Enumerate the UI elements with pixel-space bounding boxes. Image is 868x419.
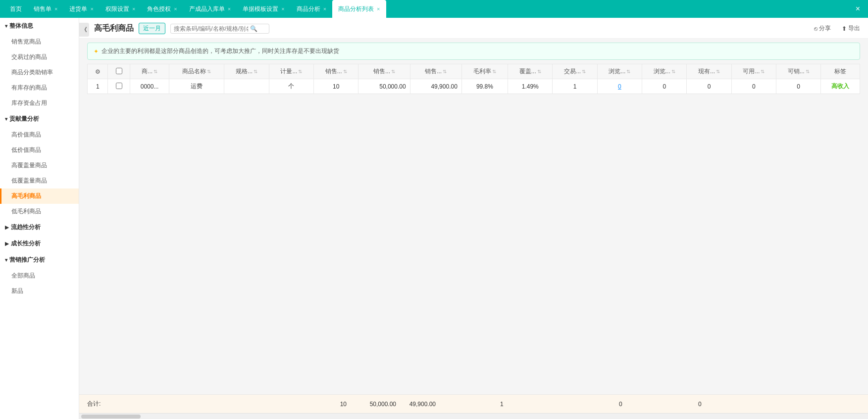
col-coverage[interactable]: 覆盖...⇅ (508, 64, 553, 79)
sort-icon: ⇅ (626, 69, 630, 74)
col-sales-qty[interactable]: 销售...⇅ (314, 64, 358, 79)
cell-stock-available: 0 (731, 79, 776, 94)
col-checkbox[interactable] (108, 64, 130, 79)
close-icon[interactable]: × (132, 6, 135, 12)
col-settings[interactable]: ⚙ (88, 64, 108, 79)
browse1-link[interactable]: 0 (618, 83, 621, 90)
sidebar-group-trend[interactable]: ▶ 流趋性分析 (0, 219, 79, 235)
nav-home[interactable]: 首页 (4, 0, 28, 18)
main-layout: ▾ 整体信息 销售览商品 交易过的商品 商品分类助销率 有库存的商品 库存资金占… (0, 18, 868, 419)
nav-product-analysis-list[interactable]: 商品分析列表 × (332, 0, 386, 18)
sidebar-collapse-button[interactable]: 《 (79, 23, 89, 37)
sidebar-item-high-coverage[interactable]: 高覆盖量商品 (0, 158, 79, 173)
close-icon[interactable]: × (174, 6, 177, 12)
close-icon[interactable]: × (281, 6, 284, 12)
footer-label: 合计: (87, 400, 101, 408)
footer-stock-current: 0 (601, 401, 640, 408)
nav-role-auth[interactable]: 角色授权 × (141, 0, 183, 18)
sidebar-group-growth[interactable]: ▶ 成长性分析 (0, 235, 79, 252)
nav-purchase-order[interactable]: 进货单 × (63, 0, 99, 18)
sort-icon: ⇅ (806, 69, 810, 74)
chevron-right-icon: ▶ (5, 225, 9, 230)
cell-spec (224, 79, 269, 94)
footer-cells: 10 50,000.00 49,900.00 1 0 0 (110, 401, 860, 408)
col-transaction[interactable]: 交易...⇅ (553, 64, 597, 79)
export-button[interactable]: ⬆ 导出 (842, 24, 860, 33)
col-browse2[interactable]: 浏览...⇅ (642, 64, 687, 79)
window-close-button[interactable]: × (852, 4, 864, 13)
sort-icon: ⇅ (671, 69, 675, 74)
col-name[interactable]: 商品名称⇅ (169, 64, 224, 79)
sort-icon: ⇅ (443, 69, 447, 74)
cell-browse2: 0 (642, 79, 687, 94)
select-all-checkbox[interactable] (116, 68, 122, 74)
col-browse1[interactable]: 浏览...⇅ (597, 64, 642, 79)
col-sales-amount[interactable]: 销售...⇅ (358, 64, 410, 79)
sidebar-group-overall[interactable]: ▾ 整体信息 (0, 18, 79, 34)
col-sales-profit[interactable]: 销售...⇅ (410, 64, 461, 79)
sort-icon: ⇅ (343, 69, 347, 74)
col-code[interactable]: 商...⇅ (130, 64, 169, 79)
sort-icon: ⇅ (207, 69, 211, 74)
footer-sales-profit: 49,900.00 (403, 401, 442, 408)
sidebar-item-all-products[interactable]: 全部商品 (0, 268, 79, 283)
table-footer: 合计: 10 50,000.00 49,900.00 1 0 0 (79, 394, 868, 413)
search-icon[interactable]: 🔍 (250, 25, 257, 32)
sort-icon: ⇅ (298, 69, 302, 74)
sidebar-item-stock-capital[interactable]: 库存资金占用 (0, 95, 79, 111)
filter-recent-month-button[interactable]: 近一月 (139, 23, 165, 34)
close-icon[interactable]: × (90, 6, 93, 12)
sidebar-item-category-sales-rate[interactable]: 商品分类助销率 (0, 65, 79, 80)
cell-sales-profit: 49,900.00 (410, 79, 461, 94)
sidebar-item-traded[interactable]: 交易过的商品 (0, 49, 79, 65)
table-row: 1 0000... 运费 个 10 50,000.00 49,900.00 99… (88, 79, 860, 94)
col-unit[interactable]: 计量...⇅ (269, 64, 313, 79)
sort-icon: ⇅ (153, 69, 157, 74)
export-icon: ⬆ (842, 25, 847, 32)
nav-permission-settings[interactable]: 权限设置 × (100, 0, 141, 18)
nav-sales-order[interactable]: 销售单 × (28, 0, 63, 18)
sidebar-item-sales-browse[interactable]: 销售览商品 (0, 34, 79, 49)
footer-spacer1 (110, 401, 323, 408)
sort-icon: ⇅ (761, 69, 765, 74)
nav-template-settings[interactable]: 单据模板设置 × (237, 0, 290, 18)
horizontal-scrollbar[interactable] (79, 413, 868, 419)
sidebar-group-marketing[interactable]: ▾ 营销推广分析 (0, 252, 79, 268)
col-tag[interactable]: 标签 (821, 64, 860, 79)
product-table: ⚙ 商...⇅ 商品名称⇅ 规格...⇅ 计量...⇅ 销售...⇅ 销售...… (87, 64, 860, 94)
cell-sales-amount: 50,000.00 (358, 79, 410, 94)
cell-checkbox[interactable] (108, 79, 130, 94)
row-checkbox[interactable] (116, 83, 122, 89)
close-icon[interactable]: × (54, 6, 57, 12)
cell-gross-margin: 99.8% (461, 79, 508, 94)
sidebar-item-new-products[interactable]: 新品 (0, 283, 79, 299)
close-icon[interactable]: × (228, 6, 231, 12)
footer-sales-qty: 10 (323, 401, 363, 408)
close-icon[interactable]: × (323, 6, 326, 12)
nav-product-inbound[interactable]: 产成品入库单 × (183, 0, 237, 18)
sidebar-item-low-value[interactable]: 低价值商品 (0, 142, 79, 158)
scroll-thumb[interactable] (81, 415, 141, 419)
col-gross-margin[interactable]: 毛利率⇅ (461, 64, 508, 79)
footer-spacer2 (442, 401, 482, 408)
cell-transaction: 1 (553, 79, 597, 94)
col-stock-current[interactable]: 现有...⇅ (687, 64, 731, 79)
col-stock-saleable[interactable]: 可销...⇅ (776, 64, 821, 79)
chevron-down-icon: ▾ (5, 116, 7, 122)
col-spec[interactable]: 规格...⇅ (224, 64, 269, 79)
top-navigation: 首页 销售单 × 进货单 × 权限设置 × 角色授权 × 产成品入库单 × 单据… (0, 0, 868, 18)
sidebar-item-in-stock[interactable]: 有库存的商品 (0, 80, 79, 95)
sidebar-item-low-margin[interactable]: 低毛利商品 (0, 204, 79, 219)
nav-product-analysis[interactable]: 商品分析 × (291, 0, 332, 18)
search-input[interactable] (174, 25, 248, 32)
sort-icon: ⇅ (716, 69, 720, 74)
sidebar-item-high-margin[interactable]: 高毛利商品 (0, 188, 79, 204)
sidebar-item-low-coverage[interactable]: 低覆盖量商品 (0, 173, 79, 188)
sidebar-item-high-value[interactable]: 高价值商品 (0, 127, 79, 142)
share-icon: ⎋ (814, 25, 817, 32)
page-title: 高毛利商品 (94, 23, 134, 34)
sidebar-group-contribution[interactable]: ▾ 贡献量分析 (0, 111, 79, 127)
close-icon[interactable]: × (377, 6, 380, 12)
share-button[interactable]: ⎋ 分享 (814, 24, 831, 33)
col-stock-available[interactable]: 可用...⇅ (731, 64, 776, 79)
